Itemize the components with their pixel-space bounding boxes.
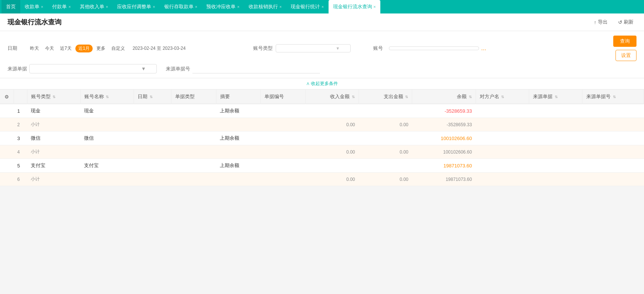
query-button[interactable]: 查询 <box>613 36 636 47</box>
col-src-cell <box>529 173 582 186</box>
nav-tab-7[interactable]: 现金银行统计× <box>286 0 328 13</box>
export-button[interactable]: ↑ 导出 <box>591 17 611 27</box>
account-input[interactable] <box>389 46 479 50</box>
col-party[interactable]: 对方户名 ⇅ <box>476 90 529 104</box>
nav-home[interactable]: 首页 <box>2 0 20 13</box>
date-options: 昨天 今天 近7天 近1月 更多 自定义 <box>28 45 127 52</box>
col-num-cell: 3 <box>14 131 27 145</box>
col-srcno[interactable]: 来源单据号 ⇅ <box>582 90 644 104</box>
col-doctype-cell <box>171 118 216 131</box>
table-row: 6小计0.000.0019871073.60 <box>0 173 644 186</box>
col-actype-cell: 支付宝 <box>27 159 80 173</box>
nav-tab-3[interactable]: 应收应付调整单× <box>113 0 159 13</box>
table-wrapper: ⚙ 账号类型 ⇅ 账号名称 ⇅ 日期 ⇅ 单据类型 摘要 单据编号 收入金额 ⇅… <box>0 90 644 186</box>
col-doctype-cell <box>171 145 216 159</box>
source-doc-label: 来源单据 <box>8 66 27 72</box>
col-expense-cell <box>359 159 412 173</box>
col-acname-cell: 支付宝 <box>80 159 134 173</box>
col-income-cell: 0.00 <box>305 173 359 186</box>
source-docno-input[interactable] <box>192 64 320 73</box>
date-opt-yesterday[interactable]: 昨天 <box>28 45 41 52</box>
right-buttons: 查询 设置 <box>609 36 636 61</box>
col-income-cell: 0.00 <box>305 145 359 159</box>
col-party-cell <box>476 145 529 159</box>
date-opt-custom[interactable]: 自定义 <box>109 45 127 52</box>
date-range: 2023-02-24 至 2023-03-24 <box>132 45 185 52</box>
col-balance-cell: 19871073.60 <box>412 173 476 186</box>
col-settings-cell <box>0 145 14 159</box>
source-docno-filter: 来源单据号 <box>166 64 320 73</box>
col-date-cell <box>134 118 171 131</box>
col-actype[interactable]: 账号类型 ⇅ <box>27 90 80 104</box>
account-filter: 账号 ... <box>373 45 486 52</box>
col-docno-cell <box>260 145 305 159</box>
source-doc-filter: 来源单据 ▼ <box>8 64 157 73</box>
nav-tab-6[interactable]: 收款核销执行× <box>244 0 286 13</box>
col-settings[interactable]: ⚙ <box>0 90 14 104</box>
col-doctype: 单据类型 <box>171 90 216 104</box>
collapse-bar[interactable]: ∧ 收起更多条件 <box>0 78 644 90</box>
col-balance[interactable]: 余额 ⇅ <box>412 90 476 104</box>
nav-tab-1[interactable]: 付款单× <box>48 0 75 13</box>
col-expense[interactable]: 支出金额 ⇅ <box>359 90 412 104</box>
date-opt-1month[interactable]: 近1月 <box>75 45 93 52</box>
col-party-cell <box>476 131 529 145</box>
col-actype-cell: 小计 <box>27 118 80 131</box>
nav-tab-8[interactable]: 现金银行流水查询× <box>329 0 380 13</box>
filter-row-1: 日期 昨天 今天 近7天 近1月 更多 自定义 2023-02-24 至 202… <box>8 36 636 61</box>
col-src[interactable]: 来源单据 ⇅ <box>529 90 582 104</box>
col-date[interactable]: 日期 ⇅ <box>134 90 171 104</box>
settings-button[interactable]: 设置 <box>615 50 636 61</box>
col-acname[interactable]: 账号名称 ⇅ <box>80 90 134 104</box>
export-icon: ↑ <box>594 19 597 25</box>
col-party-cell <box>476 104 529 118</box>
source-doc-select[interactable]: ▼ <box>29 64 157 73</box>
col-src-cell <box>529 104 582 118</box>
col-party-cell <box>476 159 529 173</box>
date-opt-7days[interactable]: 近7天 <box>58 45 74 52</box>
col-income[interactable]: 收入金额 ⇅ <box>305 90 359 104</box>
col-docno-cell <box>260 118 305 131</box>
filter-area: 日期 昨天 今天 近7天 近1月 更多 自定义 2023-02-24 至 202… <box>0 31 644 78</box>
account-type-select[interactable]: ▼ <box>276 44 351 52</box>
date-opt-more[interactable]: 更多 <box>94 45 108 52</box>
col-summary-cell <box>216 118 260 131</box>
col-expense-cell <box>359 131 412 145</box>
col-srcno-cell <box>582 118 644 131</box>
nav-tab-0[interactable]: 收款单× <box>20 0 48 13</box>
col-actype-cell: 小计 <box>27 145 80 159</box>
refresh-button[interactable]: ↺ 刷新 <box>615 17 636 27</box>
date-opt-today[interactable]: 今天 <box>43 45 56 52</box>
col-srcno-cell <box>582 173 644 186</box>
col-docno-cell <box>260 173 305 186</box>
col-balance-cell: -3528659.33 <box>412 104 476 118</box>
table-row: 3微信微信上期余额100102606.60 <box>0 131 644 145</box>
col-src-cell <box>529 145 582 159</box>
col-balance-cell: 100102606.60 <box>412 145 476 159</box>
col-src-cell <box>529 118 582 131</box>
account-label: 账号 <box>373 45 383 52</box>
collapse-up-icon: ∧ <box>306 81 311 86</box>
col-src-cell <box>529 159 582 173</box>
col-date-cell <box>134 104 171 118</box>
nav-tab-4[interactable]: 银行存取款单× <box>160 0 202 13</box>
filter-row-2: 来源单据 ▼ 来源单据号 <box>8 64 636 73</box>
account-dots-button[interactable]: ... <box>481 45 486 52</box>
nav-tab-2[interactable]: 其他收入单× <box>75 0 113 13</box>
col-income-cell: 0.00 <box>305 118 359 131</box>
nav-tab-5[interactable]: 预收冲应收单× <box>202 0 244 13</box>
col-settings-cell <box>0 173 14 186</box>
col-doctype-cell <box>171 159 216 173</box>
settings-icon[interactable]: ⚙ <box>5 94 9 100</box>
col-num-cell: 4 <box>14 145 27 159</box>
col-acname-cell: 微信 <box>80 131 134 145</box>
col-summary-cell: 上期余额 <box>216 159 260 173</box>
col-settings-cell <box>0 118 14 131</box>
col-income-cell <box>305 131 359 145</box>
col-party-cell <box>476 118 529 131</box>
col-num <box>14 90 27 104</box>
page-header: 现金银行流水查询 ↑ 导出 ↺ 刷新 <box>0 13 644 31</box>
table-row: 4小计0.000.00100102606.60 <box>0 145 644 159</box>
refresh-icon: ↺ <box>618 19 622 25</box>
col-date-cell <box>134 159 171 173</box>
